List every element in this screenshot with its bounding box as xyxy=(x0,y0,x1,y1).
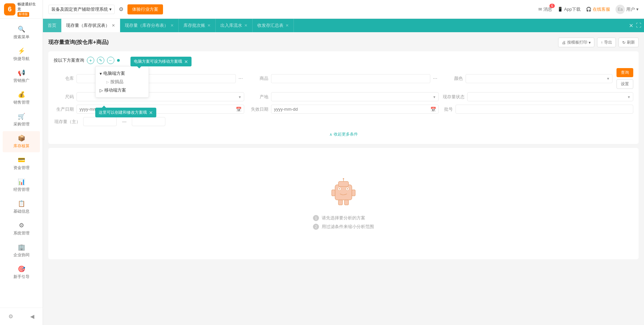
template-icon: 🖨 xyxy=(562,40,566,45)
sidebar-item-marketing[interactable]: 📢 营销推广 xyxy=(3,66,40,87)
search-btn[interactable]: 查询 xyxy=(616,68,633,77)
sidebar-item-search[interactable]: 🔍 搜索菜单 xyxy=(3,22,40,43)
sub-arrow-icon: ▷ xyxy=(106,80,109,84)
svg-rect-1 xyxy=(338,181,348,186)
mobile-expand-icon: ▷ xyxy=(100,88,103,93)
operations-icon: 📊 xyxy=(18,178,25,185)
tab-fullscreen-btn[interactable]: ⛶ xyxy=(636,22,641,29)
warehouse-label: 仓库 xyxy=(54,75,74,82)
purchase-icon: 🛒 xyxy=(18,113,25,120)
sidebar-item-enterprise[interactable]: 🏢 企业协同 xyxy=(3,240,40,261)
tabs-actions: ✕ ⛶ xyxy=(626,19,644,32)
empty-step-2: 用过滤条件来缩小分析范围 xyxy=(313,224,374,230)
collapse-sidebar-btn[interactable]: ◀ xyxy=(29,312,36,321)
stock-qty-to[interactable] xyxy=(132,117,165,126)
system-selector[interactable]: 装备及固定资产辅助管理系统 ▾ xyxy=(48,5,115,14)
sidebar-item-basicinfo[interactable]: 📋 基础信息 xyxy=(3,197,40,218)
field-batch: 批号 xyxy=(443,105,633,114)
expiry-date-from[interactable] xyxy=(271,105,439,114)
system-name: 装备及固定资产辅助管理系统 xyxy=(51,6,108,12)
logo-area: 6 畅捷通好生意 标准版 xyxy=(0,0,43,19)
scheme-mobile-header[interactable]: ▷ 移动端方案 xyxy=(96,86,149,95)
phone-icon: 📱 xyxy=(557,7,563,12)
scheme-dropdown: ▾ 电脑端方案 ▷ 按捐品 ▷ 移动端方案 xyxy=(95,66,149,98)
export-btn[interactable]: ↑ 导出 xyxy=(597,38,616,47)
sidebar-item-operations[interactable]: 📊 经营管理 xyxy=(3,175,40,196)
sidebar-item-quicknav[interactable]: ⚡ 快捷导航 xyxy=(3,44,40,65)
tab-home[interactable]: 首页 xyxy=(43,19,61,32)
batch-label: 批号 xyxy=(443,106,453,112)
scheme-desktop-header[interactable]: ▾ 电脑端方案 xyxy=(96,69,149,78)
tab-summary[interactable]: 收发存汇总表 ✕ xyxy=(253,19,294,32)
header-right: ✉ 消息 6 📱 App下载 🎧 在线客服 Ea 用户 ▾ xyxy=(538,5,639,14)
tab-inventory-dist[interactable]: 现存量（库存分布表） ✕ xyxy=(120,19,179,32)
tab-inout-flow[interactable]: 出入库流水 ✕ xyxy=(216,19,253,32)
refresh-btn[interactable]: ↻ 刷新 xyxy=(619,38,639,47)
template-print-btn[interactable]: 🖨 按模板打印 ▾ xyxy=(558,38,594,47)
inventory-icon: 📦 xyxy=(18,134,25,142)
field-stock-qty: 现存量（主） — xyxy=(54,117,165,126)
tab-close-summary[interactable]: ✕ xyxy=(285,23,289,28)
expiry-date-label: 失效日期 xyxy=(248,106,268,112)
sidebar-item-inventory[interactable]: 📦 库存核算 xyxy=(3,131,40,152)
user-menu[interactable]: Ea 用户 ▾ xyxy=(615,5,639,14)
filter-add-btn[interactable]: + xyxy=(87,57,94,64)
field-color: 颜色 查询 设置 xyxy=(443,68,633,89)
sidebar-item-purchase[interactable]: 🛒 采购管理 xyxy=(3,109,40,130)
warehouse-dots-btn[interactable]: ··· xyxy=(237,75,244,82)
tooltip1-close-btn[interactable]: ✕ xyxy=(184,59,188,64)
page-title: 现存量查询(按仓库+商品) xyxy=(48,39,109,46)
filter-area: 电脑方案可设为移动方案哦 ✕ 按以下方案查询 + ✎ ← ▾ 电脑端方案 ▷ 按… xyxy=(48,51,639,144)
origin-label: 产地 xyxy=(248,94,268,100)
stock-qty-from[interactable] xyxy=(83,117,117,126)
tab-inventory-status[interactable]: 现存量（库存状况表） ✕ xyxy=(61,19,120,32)
tab-close-inout-flow[interactable]: ✕ xyxy=(244,23,248,28)
settings-footer-btn[interactable]: ⚙ xyxy=(7,312,14,321)
empty-area: 请先选择要分析的方案 用过滤条件来缩小分析范围 xyxy=(48,148,639,259)
sidebar-item-finance[interactable]: 💳 资金管理 xyxy=(3,153,40,174)
color-select[interactable] xyxy=(466,74,612,83)
filter-arrow-btn[interactable]: ← xyxy=(107,57,114,64)
message-btn[interactable]: ✉ 消息 6 xyxy=(538,6,552,12)
message-badge: 6 xyxy=(549,4,555,8)
headset-icon: 🎧 xyxy=(586,7,591,12)
stock-status-label: 现存量状态 xyxy=(443,94,465,100)
batch-input[interactable] xyxy=(455,105,633,114)
logo-icon: 6 xyxy=(4,3,15,15)
tab-close-inventory-status[interactable]: ✕ xyxy=(112,23,115,28)
tab-close-batch-account[interactable]: ✕ xyxy=(207,23,211,28)
logo-text: 畅捷通好生意 标准版 xyxy=(17,2,39,16)
sidebar-item-newguide[interactable]: 🎯 新手引导 xyxy=(3,262,40,283)
stock-status-select[interactable] xyxy=(467,92,633,101)
enterprise-icon: 🏢 xyxy=(18,243,25,251)
svg-point-4 xyxy=(339,188,340,189)
filter-label: 按以下方案查询 xyxy=(54,57,84,63)
svg-point-5 xyxy=(347,188,348,189)
empty-step-1: 请先选择要分析的方案 xyxy=(313,215,374,221)
filter-edit-btn[interactable]: ✎ xyxy=(97,57,104,64)
origin-select[interactable] xyxy=(271,92,439,101)
product-label: 商品 xyxy=(248,75,268,82)
username-label: 用户 xyxy=(626,6,635,12)
app-download-btn[interactable]: 📱 App下载 xyxy=(557,6,581,12)
tab-batch-account[interactable]: 库存批次账 ✕ xyxy=(179,19,216,32)
tabs-bar: 首页 现存量（库存状况表） ✕ 现存量（库存分布表） ✕ 库存批次账 ✕ 出入库… xyxy=(43,19,644,32)
scheme-desktop-item-1[interactable]: ▷ 按捐品 xyxy=(102,78,149,86)
refresh-icon: ↻ xyxy=(622,40,626,45)
tooltip2-close-btn[interactable]: ✕ xyxy=(149,110,153,115)
collapse-filter-btn[interactable]: ∧ 收起更多条件 xyxy=(329,131,358,137)
industry-btn[interactable]: 体验行业方案 xyxy=(127,4,163,14)
field-origin: 产地 xyxy=(248,92,439,101)
tab-close-all-btn[interactable]: ✕ xyxy=(629,22,633,29)
product-input[interactable] xyxy=(271,74,430,83)
stock-qty-label: 现存量（主） xyxy=(54,119,80,125)
reset-btn[interactable]: 设置 xyxy=(616,79,633,89)
header-settings-btn[interactable]: ⚙ xyxy=(119,6,123,12)
tab-close-inventory-dist[interactable]: ✕ xyxy=(170,23,174,28)
sidebar-item-system[interactable]: ⚙ 系统管理 xyxy=(3,218,40,239)
page-title-row: 现存量查询(按仓库+商品) 🖨 按模板打印 ▾ ↑ 导出 ↻ 刷新 xyxy=(48,38,639,47)
scheme-desktop-children: ▷ 按捐品 xyxy=(96,78,149,86)
product-dots-btn[interactable]: ··· xyxy=(432,75,439,82)
sidebar-item-sales[interactable]: 💰 销售管理 xyxy=(3,88,40,109)
online-support-btn[interactable]: 🎧 在线客服 xyxy=(586,6,610,12)
